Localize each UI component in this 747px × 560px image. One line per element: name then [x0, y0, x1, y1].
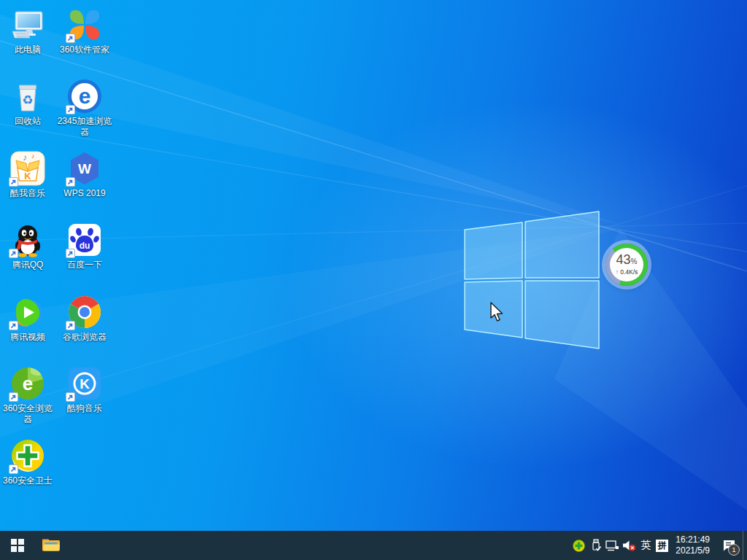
desktop-icon-label: 2345加速浏览器 — [57, 116, 112, 138]
shortcut-arrow-icon — [9, 321, 18, 330]
wps-2019-icon: W — [67, 151, 102, 186]
desktop-icon-label: 酷我音乐 — [10, 188, 45, 199]
recycle-bin-icon: ♻ — [10, 79, 45, 114]
desktop-icon-360-security[interactable]: 360安全卫士 — [0, 435, 55, 486]
taskbar-clock[interactable]: 16:21:49 2021/5/9 — [670, 531, 715, 560]
svg-text:♻: ♻ — [22, 93, 33, 107]
desktop-icon-tencent-video[interactable]: 腾讯视频 — [0, 292, 55, 343]
shortcut-arrow-icon — [66, 321, 75, 330]
action-center-button[interactable]: 1 — [715, 531, 743, 560]
desktop-icon-label: 360安全卫士 — [3, 475, 53, 486]
chrome-icon — [67, 295, 102, 330]
baidu-icon: du — [67, 222, 102, 257]
desktop-icon-label: 360安全浏览器 — [0, 403, 55, 425]
shortcut-arrow-icon — [9, 464, 18, 474]
clock-time: 16:21:49 — [676, 534, 710, 545]
2345-browser-icon: e — [67, 79, 102, 114]
desktop-icon-label: 酷狗音乐 — [67, 403, 102, 414]
system-tray: 英 拼 16:21:49 2021/5/9 1 — [570, 531, 747, 560]
360-security-guard-icon — [10, 438, 45, 473]
kuwo-music-icon: K ♪ ♪ — [10, 151, 45, 186]
tray-volume-muted-icon[interactable] — [621, 531, 638, 560]
desktop-icon-tencent-qq[interactable]: 腾讯QQ — [0, 219, 55, 271]
svg-text:♪: ♪ — [23, 152, 27, 163]
ime-pinyin-icon[interactable]: 拼 — [654, 531, 670, 560]
network-speed-gauge[interactable]: 43% ↑ 0.4K/s — [605, 244, 648, 286]
svg-text:e: e — [79, 84, 91, 108]
svg-text:K: K — [24, 171, 31, 182]
desktop-icon-baidu[interactable]: du 百度一下 — [57, 219, 112, 271]
desktop-icon-label: 谷歌浏览器 — [63, 332, 107, 343]
desktop-icon-360-software-manager[interactable]: 360软件管家 — [57, 4, 112, 55]
desktop-icon-label: 腾讯视频 — [10, 332, 45, 343]
desktop-icon-this-pc[interactable]: 此电脑 — [0, 4, 55, 55]
folder-icon — [42, 536, 61, 555]
clock-date: 2021/5/9 — [676, 545, 710, 556]
kugou-music-icon: K — [67, 366, 102, 401]
shortcut-arrow-icon — [66, 177, 75, 187]
shortcut-arrow-icon — [66, 105, 75, 114]
this-pc-icon — [10, 7, 45, 42]
tray-network-icon[interactable] — [604, 531, 621, 560]
shortcut-arrow-icon — [66, 392, 75, 402]
desktop-icon-label: 回收站 — [15, 116, 41, 127]
tray-360-safe-icon[interactable] — [570, 531, 587, 560]
tencent-qq-icon — [10, 222, 45, 257]
gauge-upload-speed: ↑ 0.4K/s — [616, 268, 638, 276]
taskbar: 英 拼 16:21:49 2021/5/9 1 — [0, 531, 747, 560]
desktop-icon-label: 360软件管家 — [60, 44, 109, 55]
desktop-icon-recycle-bin[interactable]: ♻ 回收站 — [0, 76, 55, 127]
svg-text:W: W — [78, 161, 91, 176]
desktop-icon-kuwo-music[interactable]: K ♪ ♪ 酷我音乐 — [0, 148, 55, 199]
desktop-icon-2345-browser[interactable]: e 2345加速浏览器 — [57, 76, 112, 138]
shortcut-arrow-icon — [9, 392, 18, 402]
tray-usb-icon[interactable] — [587, 531, 604, 560]
svg-text:e: e — [23, 373, 33, 394]
shortcut-arrow-icon — [66, 249, 75, 258]
gauge-percent: 43% — [616, 253, 638, 268]
desktop-icon-label: WPS 2019 — [63, 188, 105, 199]
desktop-icon-label: 百度一下 — [67, 260, 102, 271]
desktop-icon-kugou-music[interactable]: K 酷狗音乐 — [57, 363, 112, 414]
shortcut-arrow-icon — [9, 177, 18, 187]
shortcut-arrow-icon — [9, 249, 18, 258]
windows-start-icon — [11, 539, 24, 552]
tencent-video-icon — [10, 295, 45, 330]
desktop-icon-chrome[interactable]: 谷歌浏览器 — [57, 292, 112, 343]
file-explorer-button[interactable] — [35, 531, 67, 560]
ime-language-indicator[interactable]: 英 — [638, 531, 654, 560]
show-desktop-button[interactable] — [743, 531, 747, 560]
svg-text:du: du — [80, 241, 90, 251]
svg-text:♪: ♪ — [31, 152, 35, 160]
upload-arrow-icon: ↑ — [616, 268, 619, 276]
shortcut-arrow-icon — [66, 34, 75, 43]
mouse-cursor — [489, 302, 506, 327]
360-software-manager-icon — [67, 7, 102, 42]
desktop-icon-360-browser[interactable]: e 360安全浏览器 — [0, 363, 55, 425]
start-button[interactable] — [0, 531, 35, 560]
desktop-icon-label: 腾讯QQ — [12, 260, 44, 271]
360-safe-browser-icon: e — [10, 366, 45, 401]
desktop-icon-label: 此电脑 — [15, 44, 41, 55]
svg-text:K: K — [80, 376, 90, 392]
network-speed-gauge-face: 43% ↑ 0.4K/s — [610, 248, 643, 281]
desktop-wallpaper: 此电脑 ♻ 回收站 K ♪ ♪ 酷我音乐 — [0, 0, 747, 531]
desktop-icon-wps-2019[interactable]: W WPS 2019 — [57, 148, 112, 199]
notification-count-badge: 1 — [728, 544, 740, 556]
